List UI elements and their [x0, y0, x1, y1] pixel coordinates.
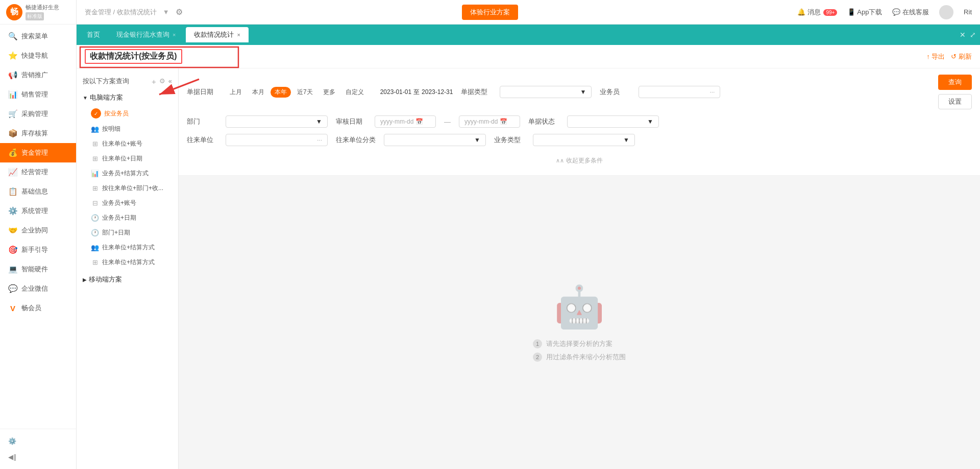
- scheme-item-label: 往来单位+日期: [102, 154, 142, 163]
- tab-bank-flow-close[interactable]: ×: [173, 32, 176, 38]
- scheme-item-counterpart-dept[interactable]: ⊞ 按往来单位+部门+收...: [77, 181, 178, 196]
- sidebar-item-enterprise[interactable]: 🤝 企业协同: [0, 221, 76, 240]
- date-tab-custom[interactable]: 自定义: [341, 87, 368, 98]
- scheme-item-counterpart-date[interactable]: ⊞ 往来单位+日期: [77, 151, 178, 166]
- sidebar-item-label: 经营管理: [21, 168, 48, 177]
- app-download-btn[interactable]: 📱 App下载: [847, 8, 882, 17]
- scheme-item-label: 业务员+结算方式: [102, 169, 149, 178]
- sidebar-item-wechat[interactable]: 💬 企业微信: [0, 279, 76, 298]
- dept-label: 部门: [187, 117, 217, 126]
- scheme-item-by-salesperson[interactable]: ✓ 按业务员: [77, 105, 178, 122]
- doc-type-select[interactable]: ▼: [500, 86, 592, 98]
- topbar-settings-icon[interactable]: ⚙: [176, 7, 183, 17]
- counterpart-more-icon[interactable]: ···: [317, 136, 322, 144]
- doc-status-select[interactable]: ▼: [567, 115, 659, 128]
- scheme-item-counterpart-account[interactable]: ⊞ 往来单位+账号: [77, 136, 178, 151]
- sidebar-item-label: 采购管理: [21, 109, 48, 119]
- scheme-item-label: 按明细: [102, 125, 120, 133]
- search-menu-icon: 🔍: [8, 32, 17, 41]
- counterpart-input[interactable]: ···: [226, 134, 328, 146]
- user-avatar[interactable]: [939, 5, 953, 19]
- tab-close-window-icon[interactable]: ✕: [960, 31, 966, 39]
- scheme-add-btn[interactable]: +: [152, 77, 156, 86]
- review-date-to-placeholder: yyyy-mm-dd: [464, 118, 498, 125]
- tab-maximize-icon[interactable]: ⤢: [970, 31, 976, 39]
- tip-num-1: 1: [533, 339, 542, 348]
- tab-receipt-stats[interactable]: 收款情况统计 ×: [186, 27, 248, 42]
- tab-bank-flow[interactable]: 现金银行流水查询 ×: [108, 27, 184, 42]
- trial-btn[interactable]: 体验行业方案: [462, 5, 518, 20]
- sidebar-item-quicknav[interactable]: ⭐ 快捷导航: [0, 46, 76, 65]
- scheme-group-mobile-title[interactable]: ▶ 移动端方案: [77, 272, 178, 287]
- scheme-item-label: 业务员+日期: [102, 214, 136, 222]
- export-btn[interactable]: ↑ 导出: [926, 52, 945, 61]
- tab-bank-flow-label: 现金银行流水查询: [116, 30, 169, 39]
- sidebar-item-smart-hw[interactable]: 💻 智能硬件: [0, 260, 76, 279]
- tab-home[interactable]: 首页: [81, 27, 106, 42]
- date-tab-more[interactable]: 更多: [319, 87, 339, 98]
- scheme-item-label: 往来单位+结算方式: [102, 258, 155, 267]
- quick-nav-icon: ⭐: [8, 51, 17, 60]
- sidebar-item-search[interactable]: 🔍 搜索菜单: [0, 27, 76, 46]
- online-service-btn[interactable]: 💬 在线客服: [892, 8, 929, 17]
- scheme-item-salesperson-account[interactable]: ⊟ 业务员+账号: [77, 196, 178, 210]
- refresh-btn[interactable]: ↺ 刷新: [951, 52, 972, 61]
- sidebar-settings-btn[interactable]: ⚙️: [0, 433, 76, 449]
- scheme-item-dept-date[interactable]: 🕐 部门+日期: [77, 225, 178, 240]
- scheme-item-label: 往来单位+结算方式: [102, 243, 155, 252]
- tab-receipt-stats-close[interactable]: ×: [237, 32, 240, 38]
- sidebar-item-purchase[interactable]: 🛒 采购管理: [0, 104, 76, 124]
- scheme-group-desktop-title[interactable]: ▼ 电脑端方案: [77, 90, 178, 105]
- scheme-item-salesperson-date[interactable]: 🕐 业务员+日期: [77, 210, 178, 225]
- tab-receipt-stats-label: 收款情况统计: [194, 30, 234, 39]
- scheme-item-salesperson-settlement[interactable]: 📊 业务员+结算方式: [77, 166, 178, 181]
- review-date-to[interactable]: yyyy-mm-dd 📅: [459, 115, 520, 128]
- calendar-icon-2[interactable]: 📅: [500, 118, 507, 125]
- review-date-from[interactable]: yyyy-mm-dd 📅: [375, 115, 436, 128]
- scheme-settings-btn[interactable]: ⚙: [159, 77, 165, 86]
- sidebar-collapse-btn[interactable]: ◀‖: [0, 449, 76, 465]
- clock-icon-2: 🕐: [91, 229, 99, 237]
- vip-icon: V: [8, 303, 17, 313]
- filter-row-2: 部门 ▼ 审核日期 yyyy-mm-dd 📅 — yyyy-mm-dd 📅: [187, 115, 972, 128]
- scheme-collapse-btn[interactable]: «: [168, 77, 172, 86]
- sidebar-item-sales[interactable]: 📊 销售管理: [0, 85, 76, 104]
- scheme-item-counterpart-settlement1[interactable]: 👥 往来单位+结算方式: [77, 240, 178, 255]
- query-btn[interactable]: 查询: [938, 75, 972, 90]
- dropdown-arrow-icon[interactable]: ▼: [163, 8, 169, 16]
- salesperson-input[interactable]: ···: [639, 86, 720, 98]
- scheme-header-actions: + ⚙ «: [152, 77, 172, 86]
- more-dots-icon[interactable]: ···: [709, 88, 715, 96]
- group-title-label: 电脑端方案: [90, 93, 123, 102]
- scheme-item-by-detail[interactable]: 👥 按明细: [77, 122, 178, 136]
- sidebar-item-label: 新手引导: [21, 245, 48, 254]
- sidebar-item-inventory[interactable]: 📦 库存核算: [0, 124, 76, 143]
- biz-type-select[interactable]: ▼: [533, 134, 635, 146]
- notifications-btn[interactable]: 🔔 消息 99+: [797, 8, 837, 17]
- sidebar-item-finance[interactable]: 💰 资金管理: [0, 143, 76, 162]
- sidebar-item-marketing[interactable]: 📢 营销推广: [0, 65, 76, 85]
- sidebar-item-system[interactable]: ⚙️ 系统管理: [0, 201, 76, 221]
- scheme-item-counterpart-settlement2[interactable]: ⊞ 往来单位+结算方式: [77, 255, 178, 270]
- sidebar-item-basic-info[interactable]: 📋 基础信息: [0, 182, 76, 201]
- biz-type-label: 业务类型: [494, 135, 525, 145]
- logo-text: 畅捷通好生意: [26, 4, 59, 11]
- date-tab-7days[interactable]: 近7天: [293, 87, 317, 98]
- sidebar-item-vip[interactable]: V 畅会员: [0, 298, 76, 318]
- filter-settings-btn[interactable]: 设置: [938, 94, 972, 109]
- collapse-filter-btn[interactable]: ∧∧ 收起更多条件: [187, 152, 972, 169]
- topbar: 资金管理 / 收款情况统计 ▼ ⚙ 体验行业方案 🔔 消息 99+ 📱 App下…: [77, 0, 980, 25]
- sidebar-item-operations[interactable]: 📈 经营管理: [0, 162, 76, 182]
- counterpart-type-select[interactable]: ▼: [384, 134, 486, 146]
- inventory-icon: 📦: [8, 129, 17, 138]
- system-icon: ⚙️: [8, 206, 17, 216]
- date-tab-last-month[interactable]: 上月: [226, 87, 246, 98]
- date-tab-this-year[interactable]: 本年: [271, 87, 291, 98]
- date-tab-this-month[interactable]: 本月: [248, 87, 268, 98]
- dept-input[interactable]: ▼: [226, 115, 328, 128]
- sidebar-item-guide[interactable]: 🎯 新手引导: [0, 240, 76, 260]
- sidebar-item-label: 基础信息: [21, 187, 48, 196]
- people-icon: 👥: [91, 125, 99, 133]
- calendar-icon-1[interactable]: 📅: [415, 118, 423, 125]
- empty-robot-icon: 🤖: [554, 283, 605, 331]
